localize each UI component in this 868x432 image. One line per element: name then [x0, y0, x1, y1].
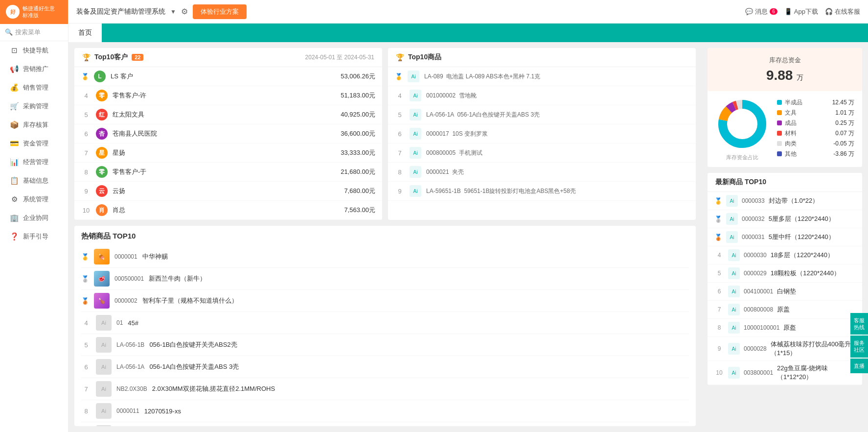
hot-rank-8: 8	[81, 408, 91, 415]
new-prod-row-6: 6 Ai 004100001 白钢垫	[708, 283, 862, 301]
sidebar-item-finance[interactable]: 💳 资金管理	[0, 134, 68, 153]
hot-item-3: 🥉 🍗 0000002 智利车子里（规格不知道填什么）	[81, 290, 689, 312]
prod-rank-3: 5	[395, 111, 405, 119]
search-icon: 🔍	[5, 28, 13, 36]
prod-avatar-7: Ai	[410, 185, 421, 197]
new-prod-rank-9: 9	[714, 345, 724, 352]
new-prod-row-1: 🥇 Ai 0000033 封边带（1.0*22）	[708, 192, 862, 210]
customer-row-4: 6 杏 苍南县人民医院 36,600.00元	[74, 124, 382, 144]
customers-list: 🥇 L LS 客户 53,006.26元 4 零 零售客户-许 51,183.0…	[74, 67, 382, 220]
donut-chart	[715, 97, 769, 151]
inventory-title: 库存总资金	[715, 56, 854, 65]
topbar-left: 装备及固定资产辅助管理系统 ▼ ⚙ 体验行业方案	[76, 4, 247, 19]
customers-date-range: 2024-05-01 至 2024-05-31	[305, 53, 374, 62]
customer-row-8: 10 肖 肖总 7,563.00元	[74, 201, 382, 220]
search-menu[interactable]: 🔍 搜索菜单	[0, 24, 68, 41]
sidebar-item-corp[interactable]: 🏢 企业协同	[0, 209, 68, 227]
legend-cailiao: 材料 0.07 万	[777, 129, 854, 138]
message-group[interactable]: 💬 消息 6	[745, 7, 777, 16]
sidebar-item-system[interactable]: ⚙ 系统管理	[0, 190, 68, 209]
legend-bancchengpin: 半成品 12.45 万	[777, 98, 854, 107]
new-products-list: 🥇 Ai 0000033 封边带（1.0*22） 🥈 Ai 0000032 5厘…	[708, 192, 862, 385]
cust-amount-8: 7,563.00元	[344, 206, 375, 215]
hot-medal-1: 🥇	[81, 253, 89, 261]
legend-dot-cailiao	[777, 131, 782, 136]
topbar: 装备及固定资产辅助管理系统 ▼ ⚙ 体验行业方案 💬 消息 6 📱 App下载 …	[69, 0, 868, 24]
sidebar-item-basic[interactable]: 📋 基础信息	[0, 171, 68, 190]
customer-row-7: 9 云 云扬 7,680.00元	[74, 182, 382, 201]
float-buttons: 客服热线 服务社区 直播	[850, 313, 868, 373]
message-badge: 6	[770, 8, 777, 15]
new-prod-code-5: 0000029	[744, 270, 767, 277]
hot-img-8: Ai	[96, 403, 112, 419]
hot-img-1: 🍖	[94, 249, 110, 264]
hot-item-1: 🥇 🍖 0000001 中华神赐	[81, 246, 689, 268]
legend-val-4: -0.05 万	[833, 140, 854, 148]
new-prod-name-1: 封边带（1.0*22）	[769, 196, 855, 205]
prod-medal-1: 🥇	[395, 73, 403, 80]
content-main: 🏆 Top10客户 22 2024-05-01 至 2024-05-31 🥇 L…	[69, 42, 702, 432]
corp-icon: 🏢	[9, 214, 19, 222]
rank-4: 6	[81, 130, 91, 138]
logo-text: 畅捷通好生意 标准版	[23, 5, 55, 19]
trial-button[interactable]: 体验行业方案	[193, 4, 247, 19]
system-title: 装备及固定资产辅助管理系统	[76, 7, 165, 16]
hot-code-3: 0000002	[114, 297, 137, 304]
inventory-panel: 库存总资金 9.88 万	[708, 48, 862, 167]
sidebar-item-inventory[interactable]: 📦 库存核算	[0, 116, 68, 134]
tab-home[interactable]: 首页	[69, 24, 102, 42]
cust-amount-1: 53,006.26元	[341, 72, 375, 81]
new-prod-name-10: 22g鱼豆腐-烧烤味（1*12*20）	[777, 364, 855, 382]
sales-icon: 💰	[9, 83, 19, 92]
float-btn-live[interactable]: 直播	[850, 359, 868, 373]
hot-item-6: 6 Ai LA-056-1A 056-1A白色按键开关盖ABS 3壳	[81, 356, 689, 378]
legend-val-1: 1.01 万	[835, 109, 854, 117]
product-row-6: 8 Ai 0000021 夹壳	[388, 163, 696, 182]
customers-title: Top10客户	[94, 53, 128, 62]
hot-products-panel: 热销商品 TOP10 🥇 🍖 0000001 中华神赐 🥈 🥩 00050000…	[74, 226, 696, 426]
service-group[interactable]: 🎧 在线客服	[825, 7, 860, 16]
app-download-group[interactable]: 📱 App下载	[784, 7, 818, 16]
sidebar-item-shortcut[interactable]: ⊡ 快捷导航	[0, 41, 68, 60]
new-prod-code-2: 0000032	[742, 216, 765, 222]
logo-icon: 好	[6, 5, 20, 19]
legend-dot-wenju	[777, 110, 782, 115]
customer-row-2: 4 零 零售客户-许 51,183.00元	[74, 86, 382, 105]
sidebar-item-sales[interactable]: 💰 销售管理	[0, 78, 68, 97]
legend-name-3: 材料	[785, 129, 832, 138]
sidebar-item-guide[interactable]: ❓ 新手引导	[0, 227, 68, 246]
new-prod-avatar-8: Ai	[728, 322, 740, 334]
system-dropdown[interactable]: ▼	[170, 8, 176, 15]
sidebar-item-operation[interactable]: 📊 经营管理	[0, 153, 68, 171]
legend-qita: 其他 -3.86 万	[777, 150, 854, 158]
new-products-title: 最新商品 TOP10	[715, 178, 766, 187]
chart-label: 库存资金占比	[726, 154, 758, 161]
legend-name-2: 成品	[785, 119, 832, 127]
legend-dot-chengpin	[777, 120, 782, 125]
marketing-icon: 📢	[9, 65, 19, 73]
hot-img-3: 🍗	[94, 293, 110, 309]
product-row-1: 🥇 Ai LA-089 电池盖 LA-089 ABS本色+黑种 7.1克	[388, 67, 696, 86]
settings-icon[interactable]: ⚙	[181, 7, 188, 16]
float-btn-service[interactable]: 客服热线	[850, 313, 868, 335]
new-prod-medal-3: 🥉	[714, 234, 722, 241]
rank-2: 4	[81, 92, 91, 99]
float-btn-community[interactable]: 服务社区	[850, 336, 868, 358]
customer-row-1: 🥇 L LS 客户 53,006.26元	[74, 67, 382, 86]
sidebar-item-marketing[interactable]: 📢 营销推广	[0, 60, 68, 78]
hot-products-title: 热销商品 TOP10	[81, 232, 689, 241]
new-prod-row-3: 🥉 Ai 0000031 5厘中纤（1220*2440）	[708, 228, 862, 246]
legend-dot-roulei	[777, 141, 782, 146]
new-prod-rank-8: 8	[714, 324, 724, 331]
sidebar-item-purchase[interactable]: 🛒 采购管理	[0, 97, 68, 116]
cust-name-2: 零售客户-许	[113, 91, 336, 100]
new-prod-avatar-5: Ai	[728, 267, 740, 279]
hot-img-7: Ai	[96, 381, 112, 397]
legend-dot-bancchengpin	[777, 100, 782, 105]
new-prod-code-3: 0000031	[742, 234, 765, 240]
customer-row-3: 5 红 红太阳文具 40,925.00元	[74, 105, 382, 124]
new-prod-code-1: 0000033	[742, 197, 765, 204]
new-prod-code-6: 004100001	[744, 288, 773, 295]
cust-amount-7: 7,680.00元	[344, 187, 375, 195]
prod-avatar-5: Ai	[410, 147, 421, 159]
